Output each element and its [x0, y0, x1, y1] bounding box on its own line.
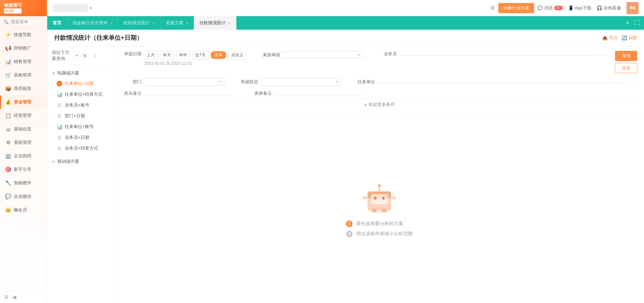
sidebar-item-basic-info[interactable]: 🗂 基础信息	[0, 122, 47, 136]
trial-btn[interactable]: 体验行业方案	[498, 3, 534, 13]
sidebar-item-marketing[interactable]: 📢 营销推广	[0, 41, 47, 55]
refresh-btn[interactable]: 🔄 刷新	[622, 35, 637, 41]
date-more-btn[interactable]: 更多	[211, 51, 226, 59]
tab-bank-flow-close[interactable]: ×	[110, 21, 112, 25]
mobile-arrow-icon: ▼	[52, 160, 55, 163]
sidebar-item-purchase[interactable]: 🛒 采购管理	[0, 68, 47, 82]
scheme-item-label: 往来单位+账号	[65, 124, 94, 130]
tabs-close-icon[interactable]: ×	[625, 19, 631, 27]
scheme-item-label: 业务员+结算方式	[65, 145, 98, 151]
messages-btn[interactable]: 💬 消息 99+	[537, 5, 563, 11]
tab-payment-stats-close[interactable]: ×	[228, 21, 230, 25]
date-this-year-btn[interactable]: 本年	[176, 51, 190, 59]
tab-new-scheme-close[interactable]: ×	[186, 21, 188, 25]
company-dropdown-icon[interactable]: ▾	[90, 6, 92, 10]
filter-panel: 单据日期 上月 本月 本年 近7天 更多 自定义 20	[115, 46, 644, 303]
tab-bank-flow-label: 现金银行流水查询	[72, 20, 108, 26]
tab-new-scheme-label: 新建方案	[166, 20, 183, 26]
dept-select[interactable]: ▾	[144, 78, 225, 86]
export-label: 导出	[609, 35, 618, 41]
online-service-btn[interactable]: 🎧 在线客服	[597, 5, 621, 11]
bottom-settings-icon[interactable]: ⚙	[4, 294, 9, 300]
settings-btn[interactable]: 设置	[615, 63, 637, 73]
sidebar-item-enterprise[interactable]: 🏢 企业协同	[0, 149, 47, 163]
date-this-month-btn[interactable]: 本月	[160, 51, 174, 59]
mobile-group-header[interactable]: ▼ 移动端方案	[47, 156, 114, 166]
dept-date-icon: ☰	[57, 113, 62, 119]
date-range-display: 2022-01-01 至 2022-12-31	[144, 61, 246, 66]
unit-input[interactable]	[377, 80, 626, 83]
sidebar-item-wechat[interactable]: 💬 企业微信	[0, 190, 47, 203]
scheme-item-staff-settle[interactable]: ☰ 业务员+结算方式	[47, 143, 114, 154]
tabs-expand-icon[interactable]: ⛶	[633, 19, 641, 27]
sidebar-item-quick-nav[interactable]: ⚡ 快捷导航	[0, 28, 47, 41]
tab-payment-stats[interactable]: 付款情况统计 ×	[194, 16, 236, 30]
svg-rect-12	[372, 209, 377, 212]
collapse-more-btn[interactable]: ∧ 收起更多条件	[121, 98, 637, 110]
sidebar-item-operations[interactable]: 📋 经营管理	[0, 109, 47, 122]
scheme-item-dept-date[interactable]: ☰ 部门+日期	[47, 111, 114, 121]
sidebar-item-guide[interactable]: 🎯 新手引导	[0, 163, 47, 176]
tab-home[interactable]: 首页	[47, 16, 67, 30]
unit-more-icon[interactable]: …	[628, 79, 637, 85]
date-custom-btn[interactable]: 自定义	[228, 51, 246, 59]
sidebar-bottom: ⚙ ◀	[0, 291, 47, 303]
sidebar-item-hardware[interactable]: 🔧 智能硬件	[0, 176, 47, 190]
date-last-month-btn[interactable]: 上月	[144, 51, 158, 59]
finance-icon: 💰	[5, 99, 11, 105]
scheme-item-staff-date[interactable]: ☰ 业务员+日期	[47, 132, 114, 143]
system-icon: ⚙	[5, 140, 11, 146]
scheme-item-staff-account[interactable]: ☰ 业务员+账号	[47, 100, 114, 111]
topbar-settings-icon[interactable]: ⚙	[490, 5, 495, 11]
voucher-status-select[interactable]: ▾	[260, 78, 341, 86]
scheme-item-unit-account[interactable]: 📊 往来单位+账号	[47, 121, 114, 132]
sidebar-item-inventory[interactable]: 📦 库存核算	[0, 82, 47, 95]
query-btn[interactable]: 查询	[615, 51, 637, 61]
export-btn[interactable]: 📤 导出	[602, 35, 618, 41]
sidebar-item-sales[interactable]: 📊 销售管理	[0, 55, 47, 68]
scheme-collapse-btn[interactable]: 《	[91, 53, 110, 59]
date-filter-label: 单据日期	[121, 51, 142, 57]
sidebar-item-system[interactable]: ⚙ 系统管理	[0, 136, 47, 149]
scheme-settings-btn[interactable]: ⚙	[82, 52, 88, 59]
tab-collection-close[interactable]: ×	[152, 21, 154, 25]
app-download-btn[interactable]: 📱 App下载	[568, 5, 591, 11]
tab-bank-flow[interactable]: 现金银行流水查询 ×	[67, 16, 118, 30]
content-area: 付款情况统计（往来单位+日期） 📤 导出 🔄 刷新 按以下方案查询 +	[47, 30, 644, 303]
scheme-header-label: 按以下方案查询	[52, 50, 71, 62]
source-select[interactable]: ▾	[282, 51, 363, 59]
sidebar-item-label: 营销推广	[14, 45, 31, 51]
head-note-input[interactable]	[144, 92, 231, 95]
staff-input[interactable]	[399, 53, 597, 56]
sidebar-item-member[interactable]: 👑 畅会员	[0, 203, 47, 217]
dept-filter-label: 部门	[121, 79, 142, 85]
filter-actions-col: 查询 设置	[615, 51, 637, 73]
search-menu-item[interactable]: 🔍 搜索菜单	[0, 16, 47, 28]
filter-area: 单据日期 上月 本月 本年 近7天 更多 自定义 20	[115, 46, 644, 115]
tab-new-scheme[interactable]: 新建方案 ×	[160, 16, 194, 30]
scheme-actions: + ⚙	[74, 52, 88, 59]
scheme-item-unit-date[interactable]: ● 往来单位+日期	[47, 78, 114, 89]
user-avatar[interactable]: Rit	[626, 2, 639, 14]
sidebar-item-label: 企业协同	[14, 153, 31, 159]
sidebar-item-label: 经营管理	[14, 113, 31, 119]
desktop-group-header[interactable]: ▼ 电脑端方案	[47, 68, 114, 78]
refresh-label: 刷新	[628, 35, 637, 41]
inventory-icon: 📦	[5, 86, 11, 92]
staff-more-icon[interactable]: …	[599, 51, 608, 57]
date-7days-btn[interactable]: 近7天	[192, 51, 209, 59]
sidebar-nav: ⚡ 快捷导航 📢 营销推广 📊 销售管理 🛒 采购管理 📦 库存核算 💰 资金管…	[0, 28, 47, 291]
scheme-item-unit-settle[interactable]: 📊 往来单位+结算方式	[47, 89, 114, 100]
bottom-collapse-icon[interactable]: ◀	[12, 294, 16, 300]
collapse-label: 收起更多条件	[369, 101, 395, 108]
add-scheme-btn[interactable]: +	[74, 52, 80, 59]
tab-collection[interactable]: 收款情况统计 ×	[118, 16, 160, 30]
company-name[interactable]	[53, 4, 88, 12]
svg-rect-13	[382, 209, 387, 212]
sidebar-item-finance[interactable]: 💰 资金管理	[0, 95, 47, 109]
operations-icon: 📋	[5, 113, 11, 119]
topbar: ▾ ⚙ 体验行业方案 💬 消息 99+ 📱 App下载 🎧 在线客服 Rit	[47, 0, 644, 16]
source-select-arrow: ▾	[358, 53, 360, 57]
body-note-input[interactable]	[274, 92, 361, 95]
staff-filter-label: 业务员	[377, 51, 397, 57]
